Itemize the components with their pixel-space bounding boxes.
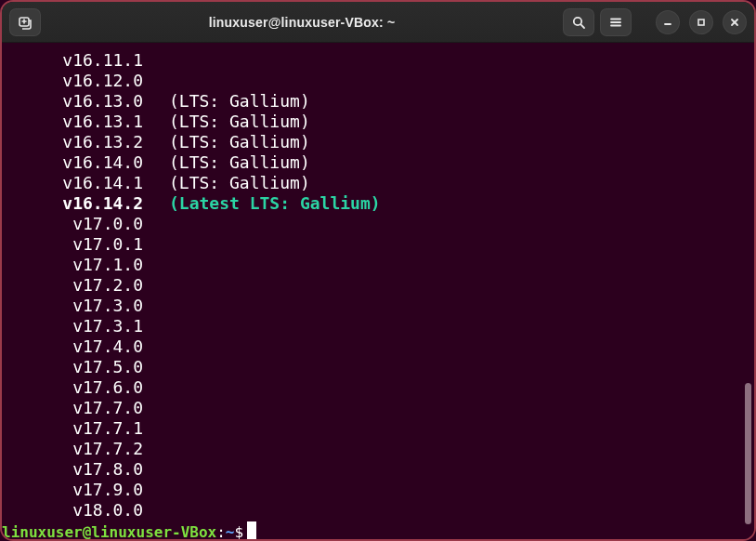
version-row: v17.2.0 xyxy=(2,275,754,296)
prompt-user-host: linuxuser@linuxuser-VBox xyxy=(2,523,216,541)
prompt-path: ~ xyxy=(226,523,235,541)
version-row: v17.1.0 xyxy=(2,255,754,275)
menu-button[interactable] xyxy=(600,8,632,36)
lts-note: (LTS: Gallium) xyxy=(143,132,310,152)
version-row: v17.6.0 xyxy=(2,377,754,398)
version-text: v17.3.0 xyxy=(2,296,143,316)
version-text: v16.13.1 xyxy=(2,112,143,132)
svg-rect-7 xyxy=(698,20,704,25)
version-text: v16.14.2 xyxy=(2,193,143,214)
version-text: v17.7.2 xyxy=(2,439,143,459)
version-row: v17.0.0 xyxy=(2,214,754,234)
close-button[interactable] xyxy=(723,10,747,34)
version-row: v17.9.0 xyxy=(2,480,754,500)
version-row: v17.3.0 xyxy=(2,296,754,316)
version-row: v18.0.0 xyxy=(2,500,754,521)
version-row: v17.5.0 xyxy=(2,357,754,377)
version-text: v16.12.0 xyxy=(2,71,143,91)
version-row: v16.14.2(Latest LTS: Gallium) xyxy=(2,193,754,214)
lts-note: (LTS: Gallium) xyxy=(143,91,310,112)
prompt-line: linuxuser@linuxuser-VBox : ~ $ xyxy=(2,519,256,539)
version-text: v17.8.0 xyxy=(2,459,143,480)
new-tab-button[interactable] xyxy=(9,8,41,36)
titlebar-left xyxy=(9,8,41,36)
search-button[interactable] xyxy=(563,8,594,36)
scrollbar[interactable] xyxy=(745,43,751,539)
lts-note: (LTS: Gallium) xyxy=(143,173,310,193)
version-row: v17.7.1 xyxy=(2,418,754,439)
new-tab-icon xyxy=(18,15,33,30)
maximize-button[interactable] xyxy=(689,10,713,34)
version-row: v16.14.0(LTS: Gallium) xyxy=(2,152,754,173)
window-title: linuxuser@linuxuser-VBox: ~ xyxy=(41,15,563,30)
version-text: v17.6.0 xyxy=(2,377,143,398)
prompt-symbol: $ xyxy=(234,523,243,541)
hamburger-icon xyxy=(608,15,623,30)
version-row: v17.7.2 xyxy=(2,439,754,459)
svg-line-2 xyxy=(580,24,584,28)
version-text: v16.13.0 xyxy=(2,91,143,112)
terminal-area[interactable]: v16.11.1v16.12.0v16.13.0(LTS: Gallium)v1… xyxy=(2,43,754,539)
version-row: v17.4.0 xyxy=(2,336,754,357)
minimize-button[interactable] xyxy=(656,10,680,34)
scrollbar-thumb[interactable] xyxy=(745,383,751,524)
search-icon xyxy=(571,15,586,30)
version-text: v16.14.0 xyxy=(2,152,143,173)
lts-note: (LTS: Gallium) xyxy=(143,112,310,132)
terminal-cursor xyxy=(247,521,256,540)
version-text: v17.7.1 xyxy=(2,418,143,439)
version-text: v18.0.0 xyxy=(2,500,143,521)
version-text: v17.9.0 xyxy=(2,480,143,500)
terminal-window: linuxuser@linuxuser-VBox: ~ xyxy=(0,0,756,541)
version-text: v17.5.0 xyxy=(2,357,143,377)
close-icon xyxy=(729,17,740,28)
minimize-icon xyxy=(662,17,673,28)
lts-note: (LTS: Gallium) xyxy=(143,152,310,173)
version-text: v17.7.0 xyxy=(2,398,143,418)
version-row: v16.11.1 xyxy=(2,50,754,71)
version-text: v17.4.0 xyxy=(2,336,143,357)
version-text: v17.0.1 xyxy=(2,234,143,255)
maximize-icon xyxy=(696,17,707,28)
version-row: v17.7.0 xyxy=(2,398,754,418)
titlebar: linuxuser@linuxuser-VBox: ~ xyxy=(2,2,754,43)
version-row: v16.12.0 xyxy=(2,71,754,91)
version-row: v16.13.1(LTS: Gallium) xyxy=(2,112,754,132)
version-text: v17.1.0 xyxy=(2,255,143,275)
version-text: v16.11.1 xyxy=(2,50,143,71)
version-text: v17.0.0 xyxy=(2,214,143,234)
latest-lts-note: (Latest LTS: Gallium) xyxy=(143,193,381,214)
titlebar-right xyxy=(563,8,747,36)
version-row: v17.0.1 xyxy=(2,234,754,255)
version-row: v16.13.0(LTS: Gallium) xyxy=(2,91,754,112)
version-text: v16.13.2 xyxy=(2,132,143,152)
version-text: v17.3.1 xyxy=(2,316,143,336)
version-row: v16.14.1(LTS: Gallium) xyxy=(2,173,754,193)
version-row: v17.3.1 xyxy=(2,316,754,336)
version-row: v16.13.2(LTS: Gallium) xyxy=(2,132,754,152)
terminal-output: v16.11.1v16.12.0v16.13.0(LTS: Gallium)v1… xyxy=(2,43,754,539)
version-row: v17.8.0 xyxy=(2,459,754,480)
prompt-separator: : xyxy=(216,523,226,541)
version-text: v17.2.0 xyxy=(2,275,143,296)
version-text: v16.14.1 xyxy=(2,173,143,193)
